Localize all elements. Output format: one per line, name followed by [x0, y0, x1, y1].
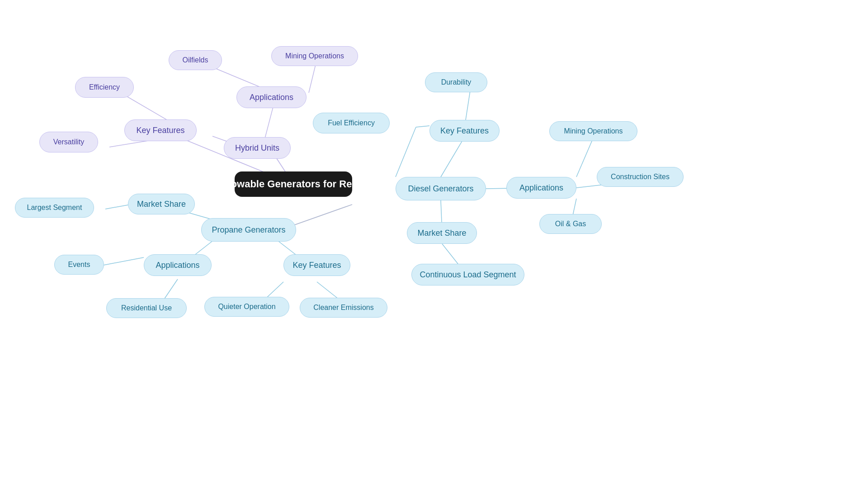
svg-line-15 [416, 126, 429, 127]
mining-operations-right-node[interactable]: Mining Operations [549, 121, 637, 141]
market-share-left-node[interactable]: Market Share [128, 194, 195, 214]
propane-applications-node[interactable]: Applications [144, 254, 212, 276]
hybrid-units-node[interactable]: Hybrid Units [224, 137, 291, 159]
hybrid-applications-node[interactable]: Applications [236, 86, 307, 108]
cleaner-emissions-node[interactable]: Cleaner Emissions [300, 298, 387, 318]
svg-line-10 [441, 137, 465, 177]
svg-line-23 [105, 205, 128, 209]
oil-gas-node[interactable]: Oil & Gas [539, 214, 602, 234]
svg-line-16 [576, 137, 594, 177]
diesel-applications-node[interactable]: Applications [506, 177, 576, 199]
quieter-operation-node[interactable]: Quieter Operation [204, 297, 289, 317]
largest-segment-node[interactable]: Largest Segment [15, 198, 94, 218]
construction-sites-node[interactable]: Construction Sites [597, 167, 684, 187]
propane-key-features-node[interactable]: Key Features [283, 254, 350, 276]
mining-operations-top-node[interactable]: Mining Operations [271, 46, 358, 66]
fuel-efficiency-node[interactable]: Fuel Efficiency [313, 113, 390, 133]
svg-line-13 [396, 127, 416, 177]
versatility-node[interactable]: Versatility [39, 132, 98, 152]
durability-node[interactable]: Durability [425, 72, 487, 92]
residential-use-node[interactable]: Residential Use [106, 298, 187, 318]
continuous-load-node[interactable]: Continuous Load Segment [411, 264, 524, 285]
propane-generators-node[interactable]: Propane Generators [201, 218, 296, 242]
diesel-key-features-node[interactable]: Key Features [429, 120, 500, 142]
hybrid-key-features-node[interactable]: Key Features [124, 119, 197, 141]
center-node[interactable]: Towable Generators for Rent [235, 171, 352, 197]
efficiency-node[interactable]: Efficiency [75, 77, 134, 98]
diesel-market-share-node[interactable]: Market Share [407, 222, 477, 244]
diesel-generators-node[interactable]: Diesel Generators [396, 177, 486, 200]
events-node[interactable]: Events [54, 255, 104, 275]
oilfields-node[interactable]: Oilfields [169, 50, 222, 70]
